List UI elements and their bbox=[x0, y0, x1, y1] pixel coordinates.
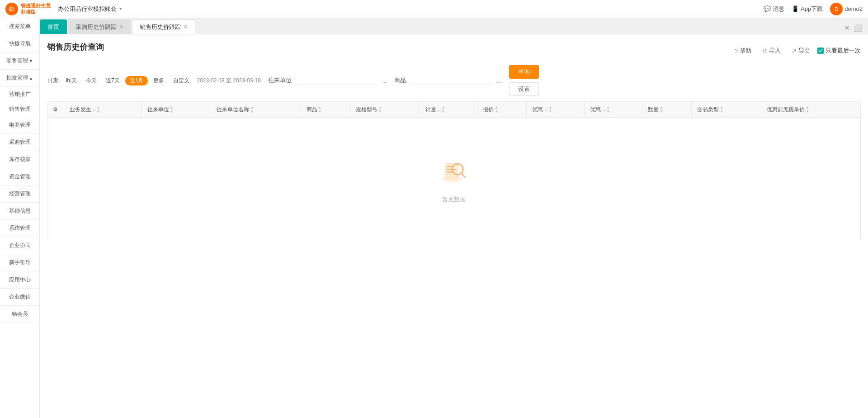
col-settings[interactable]: ⚙ bbox=[47, 102, 64, 118]
main-layout: 搜索菜单 快捷导航 零售管理 ▼ 批发管理 ▲ 营销推广 销售管理 电商管理 采 bbox=[0, 18, 868, 418]
filter-bar: 日期 昨天 今天 近7天 近1月 更多 自定义 2023-02-18 至 202… bbox=[47, 65, 861, 96]
empty-icon bbox=[436, 154, 472, 190]
date-btn-custom[interactable]: 自定义 bbox=[170, 76, 193, 86]
logo-area: 6 畅捷通好生意 标准版 bbox=[5, 3, 51, 15]
message-icon: 💬 bbox=[764, 5, 771, 12]
svg-line-8 bbox=[462, 173, 465, 177]
tab-bar: 首页 采购历史价跟踪 ✕ 销售历史价跟踪 ✕ ✕ ⬜ bbox=[40, 18, 868, 34]
col-partner-name[interactable]: 往来单位名称 ▲▼ bbox=[211, 102, 301, 118]
date-btn-7days[interactable]: 近7天 bbox=[102, 76, 123, 86]
sidebar-item-wechat[interactable]: 企业微信 bbox=[0, 289, 39, 306]
close-tab-action[interactable]: ✕ bbox=[844, 24, 850, 32]
tab-sales-close[interactable]: ✕ bbox=[184, 24, 188, 30]
col-qty[interactable]: 数量 ▲▼ bbox=[642, 102, 692, 118]
date-options: 昨天 今天 近7天 近1月 更多 自定义 bbox=[62, 76, 193, 86]
col-discount1[interactable]: 优惠... ▲▼ bbox=[527, 102, 585, 118]
date-label: 日期 bbox=[47, 76, 59, 85]
app-selector[interactable]: 办公用品行业模拟账套 ▼ bbox=[54, 3, 127, 15]
sidebar-item-operations[interactable]: 经营管理 bbox=[0, 185, 39, 203]
chevron-up-icon: ▲ bbox=[29, 76, 33, 81]
empty-text: 暂无数据 bbox=[442, 195, 466, 204]
topbar: 6 畅捷通好生意 标准版 办公用品行业模拟账套 ▼ 💬 消息 📱 App下载 D… bbox=[0, 0, 868, 18]
tab-purchase[interactable]: 采购历史价跟踪 ✕ bbox=[68, 19, 131, 34]
sidebar-item-system[interactable]: 系统管理 bbox=[0, 220, 39, 237]
sidebar-item-member[interactable]: 畅会员 bbox=[0, 306, 39, 323]
table-container: ⚙ 业务发生... ▲▼ 往来单位 bbox=[47, 101, 861, 240]
sidebar: 搜索菜单 快捷导航 零售管理 ▼ 批发管理 ▲ 营销推广 销售管理 电商管理 采 bbox=[0, 18, 40, 418]
import-icon: ↺ bbox=[762, 48, 767, 54]
sidebar-item-wholesale[interactable]: 批发管理 ▲ bbox=[0, 70, 39, 87]
sidebar-item-guide[interactable]: 新手引导 bbox=[0, 254, 39, 271]
sidebar-item-inventory[interactable]: 库存核算 bbox=[0, 151, 39, 168]
sidebar-item-retail[interactable]: 零售管理 ▼ bbox=[0, 52, 39, 70]
help-icon: ? bbox=[735, 48, 738, 54]
empty-row: 暂无数据 bbox=[47, 118, 860, 240]
date-btn-yesterday[interactable]: 昨天 bbox=[62, 76, 80, 86]
table-header-row: ⚙ 业务发生... ▲▼ 往来单位 bbox=[47, 102, 860, 118]
date-btn-more[interactable]: 更多 bbox=[150, 76, 168, 86]
svg-point-9 bbox=[454, 166, 458, 169]
date-btn-1month[interactable]: 近1月 bbox=[125, 76, 148, 86]
avatar: D bbox=[830, 3, 843, 15]
date-filter-group: 日期 昨天 今天 近7天 近1月 更多 自定义 2023-02-18 至 202… bbox=[47, 76, 261, 86]
page-content: 销售历史价查询 ? 帮助 ↺ 导入 ↗ 导出 bbox=[40, 34, 868, 418]
col-partner-code[interactable]: 往来单位 ▲▼ bbox=[142, 102, 211, 118]
help-button[interactable]: ? 帮助 bbox=[731, 45, 755, 57]
tab-bar-actions: ✕ ⬜ bbox=[844, 24, 868, 34]
sidebar-item-app-center[interactable]: 应用中心 bbox=[0, 271, 39, 289]
topbar-left: 6 畅捷通好生意 标准版 办公用品行业模拟账套 ▼ bbox=[5, 3, 127, 15]
sidebar-item-search-menu[interactable]: 搜索菜单 bbox=[0, 18, 39, 35]
goods-label: 商品 bbox=[394, 76, 406, 85]
app-download-button[interactable]: 📱 App下载 bbox=[792, 5, 823, 13]
sidebar-item-purchase[interactable]: 采购管理 bbox=[0, 134, 39, 151]
chevron-down-icon: ▼ bbox=[29, 59, 33, 63]
toolbar-right: ? 帮助 ↺ 导入 ↗ 导出 只看最后一次 bbox=[731, 45, 861, 57]
tab-purchase-close[interactable]: ✕ bbox=[119, 24, 123, 30]
page-title: 销售历史价查询 bbox=[47, 42, 104, 52]
col-spec[interactable]: 规格型号 ▲▼ bbox=[350, 102, 420, 118]
maximize-action[interactable]: ⬜ bbox=[854, 24, 863, 32]
col-goods[interactable]: 商品 ▲▼ bbox=[301, 102, 350, 118]
sidebar-item-ecommerce[interactable]: 电商管理 bbox=[0, 117, 39, 134]
sidebar-item-quick-nav[interactable]: 快捷导航 bbox=[0, 35, 39, 52]
tab-home[interactable]: 首页 bbox=[40, 19, 67, 34]
col-biz-date[interactable]: 业务发生... ▲▼ bbox=[64, 102, 142, 118]
partner-input[interactable] bbox=[295, 76, 378, 85]
tab-sales[interactable]: 销售历史价跟踪 ✕ bbox=[132, 19, 195, 34]
partner-filter-group: 往来单位 ... bbox=[268, 76, 387, 85]
goods-input[interactable] bbox=[410, 76, 493, 85]
export-button[interactable]: ↗ 导出 bbox=[788, 45, 814, 57]
partner-label: 往来单位 bbox=[268, 76, 292, 85]
sidebar-item-marketing[interactable]: 营销推广 bbox=[0, 87, 39, 102]
date-btn-today[interactable]: 今天 bbox=[82, 76, 100, 86]
col-trade-type[interactable]: 交易类型 ▲▼ bbox=[692, 102, 761, 118]
only-last-checkbox-label[interactable]: 只看最后一次 bbox=[817, 47, 861, 55]
date-range-display: 2023-02-18 至 2023-03-18 bbox=[197, 77, 260, 84]
settings-button[interactable]: 设置 bbox=[509, 82, 539, 96]
chevron-down-icon: ▼ bbox=[118, 6, 123, 11]
topbar-right: 💬 消息 📱 App下载 D demo2 bbox=[764, 3, 863, 15]
logo-text: 畅捷通好生意 标准版 bbox=[21, 3, 51, 14]
download-icon: 📱 bbox=[792, 5, 799, 12]
empty-state: 暂无数据 bbox=[47, 118, 860, 240]
col-unit[interactable]: 计量... ▲▼ bbox=[420, 102, 477, 118]
sidebar-item-finance[interactable]: 资金管理 bbox=[0, 168, 39, 185]
partner-dots[interactable]: ... bbox=[382, 77, 387, 84]
query-button[interactable]: 查询 bbox=[509, 65, 539, 79]
col-quote[interactable]: 报价 ▲▼ bbox=[477, 102, 527, 118]
goods-dots[interactable]: ... bbox=[496, 77, 502, 84]
col-pretax-price[interactable]: 优惠前无税单价 ▲▼ bbox=[761, 102, 860, 118]
svg-text:6: 6 bbox=[9, 7, 12, 12]
settings-icon[interactable]: ⚙ bbox=[53, 106, 58, 113]
user-menu[interactable]: D demo2 bbox=[830, 3, 863, 15]
col-discount2[interactable]: 优惠... ▲▼ bbox=[585, 102, 642, 118]
content-area: 首页 采购历史价跟踪 ✕ 销售历史价跟踪 ✕ ✕ ⬜ 销售历史价查询 ? bbox=[40, 18, 868, 418]
sidebar-item-basic-info[interactable]: 基础信息 bbox=[0, 203, 39, 220]
sidebar-item-enterprise[interactable]: 企业协同 bbox=[0, 237, 39, 254]
data-table: ⚙ 业务发生... ▲▼ 往来单位 bbox=[47, 102, 860, 240]
checkbox-icon bbox=[817, 48, 824, 54]
table-body: 暂无数据 bbox=[47, 118, 860, 240]
message-button[interactable]: 💬 消息 bbox=[764, 5, 784, 13]
import-button[interactable]: ↺ 导入 bbox=[759, 45, 784, 57]
sidebar-item-sales-mgmt[interactable]: 销售管理 bbox=[0, 102, 39, 117]
